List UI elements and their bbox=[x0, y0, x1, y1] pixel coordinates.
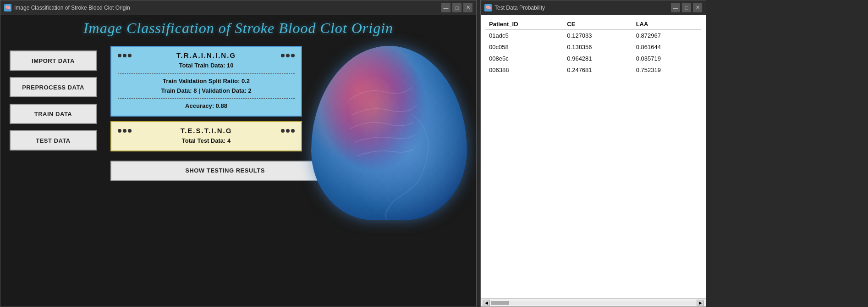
training-dots-right bbox=[281, 54, 295, 57]
total-test-data: Total Test Data: 4 bbox=[118, 136, 295, 146]
training-info-box: T.R.A.I.N.I.N.G Total Train Data: 10 Tra… bbox=[110, 46, 302, 117]
show-testing-results-button[interactable]: SHOW TESTING RESULTS bbox=[110, 161, 340, 181]
testing-title: T.E.S.T.I.N.G bbox=[181, 127, 232, 134]
divider-2 bbox=[118, 98, 295, 99]
table-header-row: Patient_ID CE LAA bbox=[485, 19, 701, 30]
second-minimize-button[interactable]: — bbox=[671, 3, 680, 12]
scroll-track[interactable] bbox=[491, 301, 696, 305]
app-title: Image Classification of Stroke Blood Clo… bbox=[83, 20, 393, 37]
second-app-icon: 🧠 bbox=[484, 4, 492, 11]
second-window-title: Test Data Probability bbox=[494, 5, 545, 11]
scroll-thumb[interactable] bbox=[491, 301, 509, 305]
training-dots-left bbox=[118, 54, 132, 57]
center-panel: T.R.A.I.N.I.N.G Total Train Data: 10 Tra… bbox=[110, 46, 302, 181]
cell-ce: 0.127033 bbox=[563, 30, 632, 42]
dot-8 bbox=[123, 129, 126, 133]
brain-image bbox=[311, 46, 467, 220]
left-panel: IMPORT DATA PREPROCESS DATA TRAIN DATA T… bbox=[10, 46, 101, 151]
total-train-data: Total Train Data: 10 bbox=[118, 61, 295, 71]
scroll-right-arrow[interactable]: ▶ bbox=[697, 300, 704, 306]
main-window: 🧠 Image Classification of Stroke Blood C… bbox=[0, 0, 477, 307]
content-area: IMPORT DATA PREPROCESS DATA TRAIN DATA T… bbox=[10, 46, 467, 220]
col-laa: LAA bbox=[632, 19, 701, 30]
col-patient-id: Patient_ID bbox=[485, 19, 563, 30]
cell-patient-id: 01adc5 bbox=[485, 30, 563, 42]
import-data-button[interactable]: IMPORT DATA bbox=[10, 50, 97, 71]
table-row: 008e5c0.9642810.035719 bbox=[485, 53, 701, 64]
cell-laa: 0.752319 bbox=[632, 64, 701, 76]
cell-patient-id: 006388 bbox=[485, 64, 563, 76]
title-bar-left: 🧠 Image Classification of Stroke Blood C… bbox=[4, 4, 130, 11]
cell-ce: 0.964281 bbox=[563, 53, 632, 64]
second-window-controls: — □ ✕ bbox=[671, 3, 702, 12]
testing-box-header: T.E.S.T.I.N.G bbox=[118, 127, 295, 134]
training-box-header: T.R.A.I.N.I.N.G bbox=[118, 51, 295, 59]
testing-info-box: T.E.S.T.I.N.G Total Test Data: 4 bbox=[110, 121, 302, 151]
table-container[interactable]: Patient_ID CE LAA 01adc50.1270330.872967… bbox=[481, 15, 706, 298]
table-head: Patient_ID CE LAA bbox=[485, 19, 701, 30]
cell-ce: 0.138356 bbox=[563, 41, 632, 53]
horizontal-scrollbar[interactable]: ◀ ▶ bbox=[481, 298, 706, 307]
second-content-area: Patient_ID CE LAA 01adc50.1270330.872967… bbox=[481, 15, 706, 307]
divider-1 bbox=[118, 73, 295, 74]
dot-11 bbox=[286, 129, 290, 133]
table-row: 01adc50.1270330.872967 bbox=[485, 30, 701, 42]
dot-4 bbox=[281, 54, 285, 57]
dot-1 bbox=[118, 54, 121, 57]
main-title-bar: 🧠 Image Classification of Stroke Blood C… bbox=[0, 0, 476, 15]
second-window: 🧠 Test Data Probability — □ ✕ Patient_ID… bbox=[480, 0, 706, 307]
brain-image-area bbox=[311, 46, 467, 220]
testing-content: Total Test Data: 4 bbox=[118, 136, 295, 146]
table-body: 01adc50.1270330.87296700c0580.1383560.86… bbox=[485, 30, 701, 76]
dot-12 bbox=[291, 129, 295, 133]
col-ce: CE bbox=[563, 19, 632, 30]
brain-svg-detail bbox=[311, 46, 467, 220]
dot-9 bbox=[128, 129, 132, 133]
cell-laa: 0.861644 bbox=[632, 41, 701, 53]
cell-laa: 0.872967 bbox=[632, 30, 701, 42]
second-title-bar-left: 🧠 Test Data Probability bbox=[484, 4, 545, 11]
cell-ce: 0.247681 bbox=[563, 64, 632, 76]
app-icon: 🧠 bbox=[4, 4, 11, 11]
cell-patient-id: 008e5c bbox=[485, 53, 563, 64]
split-data: Train Data: 8 | Validation Data: 2 bbox=[118, 86, 295, 96]
second-title-bar: 🧠 Test Data Probability — □ ✕ bbox=[481, 0, 706, 15]
split-ratio: Train Validation Split Ratio: 0.2 bbox=[118, 77, 295, 86]
testing-dots-left bbox=[118, 129, 132, 133]
dot-7 bbox=[118, 129, 121, 133]
test-data-button[interactable]: TEST DATA bbox=[10, 130, 97, 151]
cell-patient-id: 00c058 bbox=[485, 41, 563, 53]
main-window-controls: — □ ✕ bbox=[441, 3, 472, 12]
second-close-button[interactable]: ✕ bbox=[693, 3, 702, 12]
minimize-button[interactable]: — bbox=[441, 3, 450, 12]
cell-laa: 0.035719 bbox=[632, 53, 701, 64]
table-row: 00c0580.1383560.861644 bbox=[485, 41, 701, 53]
restore-button[interactable]: □ bbox=[452, 3, 461, 12]
training-content: Total Train Data: 10 Train Validation Sp… bbox=[118, 61, 295, 111]
close-button[interactable]: ✕ bbox=[463, 3, 472, 12]
main-content-area: Image Classification of Stroke Blood Clo… bbox=[0, 15, 476, 307]
testing-dots-right bbox=[281, 129, 295, 133]
probability-table: Patient_ID CE LAA 01adc50.1270330.872967… bbox=[485, 19, 701, 76]
train-data-button[interactable]: TRAIN DATA bbox=[10, 104, 97, 124]
main-window-title: Image Classification of Stroke Blood Clo… bbox=[14, 5, 130, 11]
second-restore-button[interactable]: □ bbox=[682, 3, 691, 12]
table-row: 0063880.2476810.752319 bbox=[485, 64, 701, 76]
dot-2 bbox=[123, 54, 126, 57]
scroll-left-arrow[interactable]: ◀ bbox=[483, 300, 490, 306]
dot-3 bbox=[128, 54, 132, 57]
preprocess-data-button[interactable]: PREPROCESS DATA bbox=[10, 77, 97, 97]
training-title: T.R.A.I.N.I.N.G bbox=[176, 51, 236, 59]
dot-6 bbox=[291, 54, 295, 57]
dot-10 bbox=[281, 129, 285, 133]
dot-5 bbox=[286, 54, 290, 57]
accuracy: Accuracy: 0.88 bbox=[118, 101, 295, 111]
